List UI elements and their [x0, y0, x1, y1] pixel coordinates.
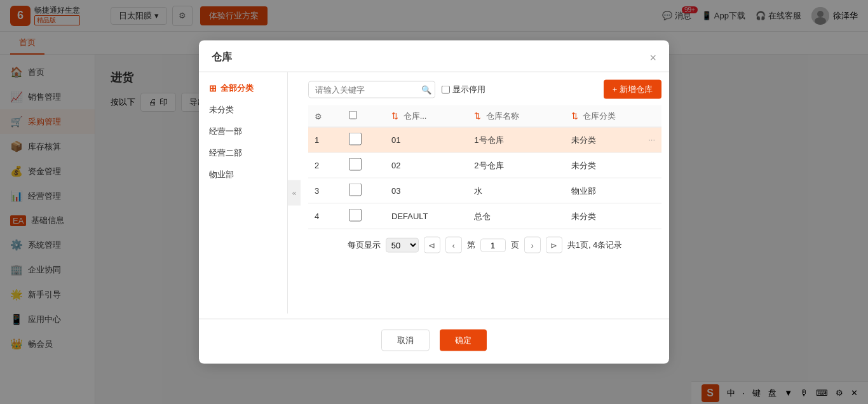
table-area: 🔍 显示停用 + 新增仓库 ⚙ — [301, 72, 669, 314]
row-no: 4 — [308, 203, 342, 229]
warehouse-modal: 仓库 × ⊞ 全部分类 未分类 经营一部 经营二部 物业部 « 🔍 — [199, 41, 669, 364]
col-code: ⇅ 仓库... — [385, 105, 468, 128]
confirm-button[interactable]: 确定 — [440, 330, 487, 351]
category-all-label: 全部分类 — [220, 83, 254, 94]
next-page-button[interactable]: › — [524, 237, 541, 253]
col-select-all — [342, 105, 385, 128]
last-page-button[interactable]: ⊳ — [546, 237, 562, 253]
row-category: 物业部 — [565, 178, 661, 203]
category-unclassified[interactable]: 未分类 — [199, 99, 287, 121]
row-code: 02 — [385, 152, 468, 178]
sort-icon-code: ⇅ — [391, 111, 398, 121]
table-row[interactable]: 2 02 2号仓库 未分类 — [308, 152, 661, 178]
table-row[interactable]: 1 01 1号仓库 未分类 ··· — [308, 127, 661, 152]
show-disabled-checkbox[interactable]: 显示停用 — [442, 84, 485, 95]
cancel-button[interactable]: 取消 — [381, 330, 430, 351]
category-all[interactable]: ⊞ 全部分类 — [199, 77, 287, 99]
row-checkbox-cell — [342, 127, 385, 152]
row-checkbox-cell — [342, 178, 385, 203]
table-row[interactable]: 4 DEFAULT 总仓 未分类 — [308, 203, 661, 229]
prev-page-button[interactable]: ‹ — [445, 237, 462, 253]
search-icon[interactable]: 🔍 — [421, 84, 431, 94]
category-property[interactable]: 物业部 — [199, 164, 287, 185]
row-checkbox-cell — [342, 152, 385, 178]
modal-header: 仓库 × — [199, 41, 669, 72]
row-checkbox-cell — [342, 203, 385, 229]
col-name: ⇅ 仓库名称 — [468, 105, 564, 128]
settings-icon: ⚙ — [315, 111, 322, 121]
first-page-button[interactable]: ⊲ — [424, 237, 440, 253]
collapse-sidebar-button[interactable]: « — [288, 180, 301, 206]
search-input[interactable] — [308, 81, 435, 98]
category-sidebar: ⊞ 全部分类 未分类 经营一部 经营二部 物业部 — [199, 72, 288, 314]
row-actions[interactable]: ··· — [648, 134, 655, 144]
modal-body: ⊞ 全部分类 未分类 经营一部 经营二部 物业部 « 🔍 显示停用 — [199, 72, 669, 314]
per-page-label: 每页显示 — [348, 239, 381, 251]
select-all-checkbox[interactable] — [349, 111, 357, 119]
page-unit: 页 — [511, 239, 519, 251]
add-warehouse-button[interactable]: + 新增仓库 — [604, 80, 661, 99]
per-page-select[interactable]: 50 20 100 — [386, 238, 419, 252]
pagination: 每页显示 50 20 100 ⊲ ‹ 第 页 › ⊳ 共1页, 4条记录 — [308, 237, 661, 253]
category-ops1[interactable]: 经营一部 — [199, 121, 287, 142]
modal-footer: 取消 确定 — [199, 319, 669, 351]
row-category: 未分类 — [565, 203, 661, 229]
row-code: 01 — [385, 127, 468, 152]
sort-icon-name: ⇅ — [474, 111, 481, 121]
sort-icon-category: ⇅ — [571, 111, 578, 121]
row-category: 未分类 ··· — [565, 127, 661, 152]
table-body: 1 01 1号仓库 未分类 ··· 2 02 2号仓库 — [308, 127, 661, 229]
search-input-wrap: 🔍 — [308, 81, 435, 98]
row-checkbox[interactable] — [349, 133, 362, 145]
page-input[interactable] — [480, 238, 506, 252]
row-checkbox[interactable] — [349, 158, 362, 171]
warehouse-table: ⚙ ⇅ 仓库... ⇅ 仓库名称 — [308, 105, 661, 229]
row-code: 03 — [385, 178, 468, 203]
show-disabled-label: 显示停用 — [452, 84, 485, 95]
row-category: 未分类 — [565, 152, 661, 178]
row-name: 1号仓库 — [468, 127, 564, 152]
row-checkbox[interactable] — [349, 209, 362, 222]
collapse-icon: « — [292, 189, 297, 198]
row-no: 2 — [308, 152, 342, 178]
row-code: DEFAULT — [385, 203, 468, 229]
col-category: ⇅ 仓库分类 — [565, 105, 661, 128]
row-no: 3 — [308, 178, 342, 203]
row-checkbox[interactable] — [349, 184, 362, 196]
close-button[interactable]: × — [649, 51, 656, 63]
row-name: 2号仓库 — [468, 152, 564, 178]
pagination-summary: 共1页, 4条记录 — [567, 239, 623, 251]
page-label: 第 — [467, 239, 475, 251]
category-ops2[interactable]: 经营二部 — [199, 142, 287, 164]
show-disabled-toggle[interactable] — [442, 85, 450, 93]
row-name: 总仓 — [468, 203, 564, 229]
col-settings: ⚙ — [308, 105, 342, 128]
modal-title: 仓库 — [212, 51, 232, 64]
table-header: ⚙ ⇅ 仓库... ⇅ 仓库名称 — [308, 105, 661, 128]
row-no: 1 — [308, 127, 342, 152]
row-name: 水 — [468, 178, 564, 203]
search-bar: 🔍 显示停用 + 新增仓库 — [308, 80, 661, 99]
table-row[interactable]: 3 03 水 物业部 — [308, 178, 661, 203]
grid-icon: ⊞ — [209, 83, 217, 93]
